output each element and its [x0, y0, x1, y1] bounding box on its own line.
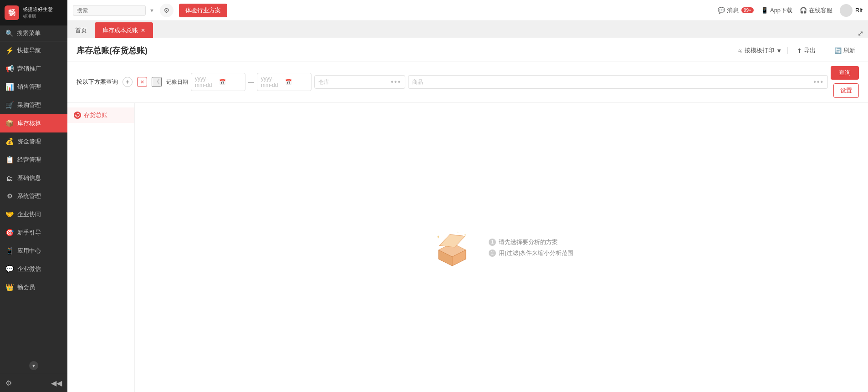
sidebar-footer: ⚙ ◀◀ — [0, 374, 67, 392]
query-button[interactable]: 查询 — [831, 66, 859, 80]
svg-text:✦: ✦ — [464, 233, 467, 237]
sidebar-item-operations[interactable]: 📋 经营管理 — [0, 151, 67, 169]
app-logo: 畅 畅捷通好生意 标准版 — [0, 0, 67, 25]
tip-num-1: 1 — [489, 239, 496, 246]
sidebar-item-quick-nav[interactable]: ⚡ 快捷导航 — [0, 41, 67, 60]
search-menu-item[interactable]: 🔍 搜索菜单 — [0, 25, 67, 41]
empty-inner: ✦ ✦ ✦ 1 请先选择要分析的方案 2 用[过滤]条件来缩小分析范围 — [429, 225, 573, 270]
btn-group-right: 查询 设置 — [831, 66, 859, 98]
filter-collapse-button[interactable]: 《 — [152, 77, 162, 87]
export-label: 导出 — [804, 46, 816, 55]
page-title: 库存总账(存货总账) — [77, 45, 148, 56]
tip-num-2: 2 — [489, 249, 496, 257]
sidebar-item-marketing[interactable]: 📢 营销推广 — [0, 60, 67, 78]
warehouse-label: 仓库 — [318, 78, 329, 86]
operations-icon: 📋 — [5, 156, 14, 164]
divider — [787, 47, 788, 54]
refresh-icon: 🔄 — [834, 47, 842, 54]
collapse-icon[interactable]: ◀◀ — [51, 379, 62, 387]
sidebar-item-sales[interactable]: 📊 销售管理 — [0, 78, 67, 96]
export-button[interactable]: ⬆ 导出 — [793, 45, 819, 56]
funds-icon: 💰 — [5, 137, 14, 146]
scheme-dot-icon — [74, 112, 81, 119]
app-center-icon: 📱 — [5, 247, 14, 255]
headset-icon: 🎧 — [800, 7, 807, 14]
svg-text:✦: ✦ — [457, 231, 459, 234]
scheme-item-inventory[interactable]: 存货总账 — [67, 107, 134, 123]
refresh-button[interactable]: 🔄 刷新 — [831, 45, 859, 56]
sidebar-item-label: 资金管理 — [17, 137, 41, 146]
expand-icon: ⤢ — [858, 29, 863, 38]
message-icon: 💬 — [718, 7, 725, 14]
tab-expand-btn[interactable]: ⤢ — [853, 29, 868, 38]
sidebar-item-label: 快捷导航 — [17, 46, 41, 55]
filter-label: 按以下方案查询 — [77, 78, 118, 86]
sidebar-item-purchase[interactable]: 🛒 采购管理 — [0, 96, 67, 114]
online-service-item[interactable]: 🎧 在线客服 — [800, 6, 832, 15]
sidebar-item-label: 库存核算 — [17, 119, 41, 127]
system-icon: ⚙ — [5, 192, 14, 200]
sidebar-item-basics[interactable]: 🗂 基础信息 — [0, 169, 67, 187]
trial-button[interactable]: 体验行业方案 — [179, 4, 227, 17]
app-download-item[interactable]: 📱 App下载 — [761, 6, 792, 15]
svg-text:✦: ✦ — [436, 234, 440, 239]
product-more-icon: ••• — [813, 78, 824, 86]
quick-nav-icon: ⚡ — [5, 46, 14, 55]
breadcrumb-area: ▼ ⚙ 体验行业方案 — [73, 4, 718, 17]
sidebar-item-label: 畅会员 — [17, 283, 35, 291]
settings-button[interactable]: 设置 — [833, 83, 859, 98]
sidebar-item-funds[interactable]: 💰 资金管理 — [0, 132, 67, 151]
product-select[interactable]: 商品 ••• — [408, 75, 828, 89]
filter-reset-button[interactable]: ✕ — [137, 77, 147, 87]
inventory-icon: 📦 — [5, 119, 14, 127]
settings-footer-icon[interactable]: ⚙ — [5, 379, 12, 387]
sidebar-item-label: 销售管理 — [17, 83, 41, 91]
chevron-down-icon[interactable]: ▼ — [149, 8, 154, 13]
sidebar-item-label: 采购管理 — [17, 101, 41, 109]
sidebar-item-member[interactable]: 👑 畅会员 — [0, 278, 67, 296]
date-end-placeholder: yyyy-mm-dd — [261, 76, 283, 88]
sidebar-item-guide[interactable]: 🎯 新手引导 — [0, 224, 67, 242]
filter-bar: 按以下方案查询 ＋ ✕ 《 记账日期 yyyy-mm-dd 📅 — yyyy-m… — [67, 61, 868, 103]
sidebar-item-cooperation[interactable]: 🤝 企业协同 — [0, 205, 67, 224]
sidebar-item-label: 经营管理 — [17, 156, 41, 164]
scroll-down-btn[interactable]: ▼ — [29, 361, 38, 370]
sidebar-item-label: 应用中心 — [17, 247, 41, 255]
marketing-icon: 📢 — [5, 65, 14, 73]
user-area[interactable]: Rit — [840, 4, 863, 17]
topbar: ▼ ⚙ 体验行业方案 💬 消息 99+ 📱 App下载 🎧 在线客服 Rit — [67, 0, 868, 21]
middle-layout: 存货总账 ✦ — [67, 103, 868, 392]
basics-icon: 🗂 — [5, 174, 14, 182]
topbar-right: 💬 消息 99+ 📱 App下载 🎧 在线客服 Rit — [718, 4, 863, 17]
tab-inventory-cost-label: 库存成本总账 — [102, 26, 138, 35]
content-area: 库存总账(存货总账) 🖨 按模板打印 ▼ ⬆ 导出 🔄 刷新 — [67, 38, 868, 392]
sidebar-item-label: 基础信息 — [17, 174, 41, 182]
sidebar-item-label: 新手引导 — [17, 229, 41, 237]
app-download-label: App下载 — [770, 6, 792, 15]
tab-close-icon[interactable]: ✕ — [141, 27, 145, 34]
tab-inventory-cost[interactable]: 库存成本总账 ✕ — [95, 22, 153, 38]
sidebar-item-inventory[interactable]: 📦 库存核算 — [0, 114, 67, 132]
sidebar-item-system[interactable]: ⚙ 系统管理 — [0, 187, 67, 205]
print-button[interactable]: 🖨 按模板打印 ▼ — [737, 46, 782, 55]
search-input[interactable] — [73, 5, 146, 16]
app-name: 畅捷通好生意 — [23, 6, 53, 13]
scheme-sidebar: 存货总账 — [67, 103, 135, 392]
date-end-input[interactable]: yyyy-mm-dd 📅 — [257, 73, 311, 91]
app-version: 标准版 — [23, 13, 53, 20]
date-start-input[interactable]: yyyy-mm-dd 📅 — [191, 73, 245, 91]
sidebar-item-app-center[interactable]: 📱 应用中心 — [0, 242, 67, 260]
warehouse-select[interactable]: 仓库 ••• — [314, 75, 405, 89]
print-label: 按模板打印 — [745, 46, 774, 55]
print-icon: 🖨 — [737, 47, 743, 54]
tab-home-label: 首页 — [75, 26, 87, 35]
refresh-label: 刷新 — [843, 46, 855, 55]
tab-home[interactable]: 首页 — [67, 22, 95, 38]
message-item[interactable]: 💬 消息 99+ — [718, 6, 754, 15]
gear-button[interactable]: ⚙ — [160, 4, 174, 17]
main-area: ▼ ⚙ 体验行业方案 💬 消息 99+ 📱 App下载 🎧 在线客服 Rit — [67, 0, 868, 392]
avatar — [840, 4, 853, 17]
empty-tips: 1 请先选择要分析的方案 2 用[过滤]条件来缩小分析范围 — [489, 235, 573, 260]
filter-add-button[interactable]: ＋ — [123, 77, 133, 87]
sidebar-item-wechat[interactable]: 💬 企业微信 — [0, 260, 67, 278]
